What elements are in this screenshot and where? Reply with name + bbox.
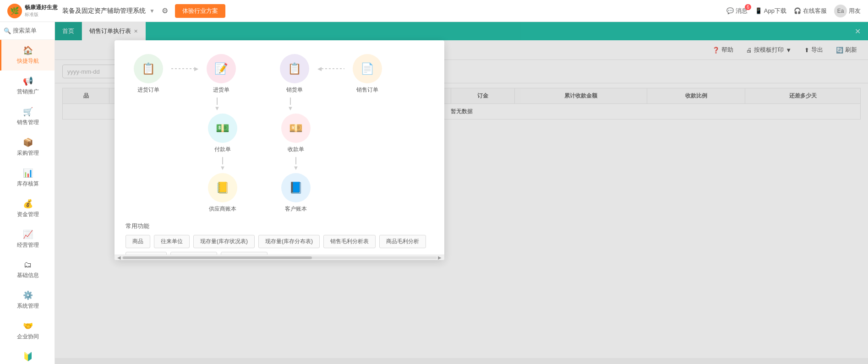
marketing-icon: 📢	[23, 76, 33, 86]
sidebar-item-enterprise[interactable]: 🤝 企业协同	[0, 315, 55, 346]
avatar: Ea	[834, 5, 847, 17]
logo-icon: 🌿	[7, 4, 22, 18]
flow-node-receipt-bill[interactable]: 💴 收款单	[273, 114, 319, 153]
sidebar-item-sales[interactable]: 🛒 销售管理	[0, 101, 55, 132]
sidebar-item-operation[interactable]: 📈 经营管理	[0, 224, 55, 255]
top-bar: 🌿 畅康通好生意 标准版 装备及固定资产辅助管理系统 ▼ ⚙ 体验行业方案 💬 …	[0, 0, 868, 22]
quick-nav-modal: 📋 进货订单 ▶ 📝 进货单	[115, 40, 444, 260]
app-download-button[interactable]: 📱 App下载	[755, 7, 786, 15]
common-btn-stock-dist[interactable]: 现存量(库存分布表)	[258, 235, 320, 248]
logo-area: 🌿 畅康通好生意 标准版	[7, 4, 62, 18]
online-service-button[interactable]: 🎧 在线客服	[794, 7, 827, 15]
common-functions-section: 常用功能 商品 往来单位 现存量(库存状况表) 现存量(库存分布表) 销售毛利分…	[126, 222, 433, 255]
supplier-ledger-icon: 📒	[208, 173, 237, 202]
supplier-ledger-label: 供应商账本	[209, 205, 236, 213]
top-right-area: 💬 消息 6 📱 App下载 🎧 在线客服 Ea 用友	[726, 5, 861, 17]
purchase-bill-label: 进货单	[213, 86, 229, 94]
scroll-right-icon[interactable]: ▶	[437, 255, 442, 260]
sales-bill-icon: 📋	[280, 54, 309, 83]
system-icon: ⚙️	[23, 290, 33, 300]
scroll-thumb[interactable]	[123, 256, 312, 259]
purchase-order-icon: 📋	[134, 54, 163, 83]
message-button[interactable]: 💬 消息 6	[726, 7, 748, 15]
common-btn-stock-status[interactable]: 现存量(库存状况表)	[193, 235, 255, 248]
common-buttons-row-1: 商品 往来单位 现存量(库存状况表) 现存量(库存分布表) 销售毛利分析表 商品…	[126, 235, 433, 248]
scroll-track[interactable]	[122, 256, 437, 259]
arrow-h-1: ▶	[171, 65, 198, 83]
common-functions-title: 常用功能	[126, 222, 433, 230]
common-btn-partner[interactable]: 往来单位	[154, 235, 190, 248]
logo-text: 畅康通好生意 标准版	[25, 4, 58, 17]
settings-button[interactable]: ⚙	[158, 5, 171, 17]
guide-icon: 🔰	[23, 352, 33, 362]
receipt-bill-label: 收款单	[288, 146, 304, 153]
flow-node-payment-bill[interactable]: 💵 付款单	[200, 114, 246, 153]
flow-node-sales-bill[interactable]: 📋 销货单	[272, 54, 317, 94]
system-dropdown-icon[interactable]: ▼	[149, 8, 155, 14]
message-badge: 6	[745, 4, 751, 10]
sidebar-item-marketing[interactable]: 📢 营销推广	[0, 71, 55, 101]
search-menu[interactable]: 🔍 搜索菜单	[0, 22, 55, 40]
modal-scrollbar: ◀ ▶	[115, 255, 444, 260]
common-btn-goods-profit[interactable]: 商品毛利分析	[379, 235, 426, 248]
home-icon: 🏠	[23, 45, 33, 55]
sales-order-label: 销售订单	[356, 86, 378, 94]
service-icon: 🎧	[794, 7, 801, 14]
purchase-order-label: 进货订单	[137, 86, 159, 94]
sidebar-item-quick-nav[interactable]: 🏠 快捷导航	[0, 40, 55, 71]
sidebar: 🔍 搜索菜单 🏠 快捷导航 📢 营销推广 🛒 销售管理 📦 采购管理 📊 库存核…	[0, 22, 55, 364]
trial-button[interactable]: 体验行业方案	[175, 4, 225, 18]
customer-ledger-label: 客户账本	[285, 205, 307, 213]
sales-bill-label: 销货单	[286, 86, 303, 94]
sidebar-item-basic[interactable]: 🗂 基础信息	[0, 255, 55, 285]
flow-node-supplier-ledger[interactable]: 📒 供应商账本	[200, 173, 246, 213]
sales-icon: 🛒	[23, 107, 33, 117]
download-icon: 📱	[755, 7, 762, 14]
sidebar-item-finance[interactable]: 💰 资金管理	[0, 193, 55, 224]
common-btn-sales-profit[interactable]: 销售毛利分析表	[323, 235, 376, 248]
enterprise-icon: 🤝	[23, 321, 33, 331]
sidebar-item-purchase[interactable]: 📦 采购管理	[0, 132, 55, 163]
system-title-area: 装备及固定资产辅助管理系统 ▼ ⚙ 体验行业方案	[62, 4, 726, 18]
basic-icon: 🗂	[24, 260, 32, 270]
flow-node-purchase-bill[interactable]: 📝 进货单	[198, 54, 244, 94]
flow-node-purchase-order[interactable]: 📋 进货订单	[126, 54, 171, 94]
scroll-left-icon[interactable]: ◀	[116, 255, 122, 260]
sidebar-item-inventory[interactable]: 📊 库存核算	[0, 163, 55, 193]
customer-ledger-icon: 📘	[281, 173, 311, 202]
system-title: 装备及固定资产辅助管理系统	[62, 7, 146, 15]
user-area[interactable]: Ea 用友	[834, 5, 861, 17]
flow-diagram: 📋 进货订单 ▶ 📝 进货单	[126, 49, 433, 222]
message-icon: 💬	[726, 7, 734, 14]
payment-bill-icon: 💵	[208, 114, 237, 143]
search-icon: 🔍	[4, 27, 11, 34]
flow-node-sales-order[interactable]: 📄 销售订单	[344, 54, 390, 94]
finance-icon: 💰	[23, 199, 33, 209]
modal-content: 📋 进货订单 ▶ 📝 进货单	[115, 40, 444, 255]
sidebar-item-guide[interactable]: 🔰 新手引导	[0, 346, 55, 364]
payment-bill-label: 付款单	[214, 146, 231, 153]
flow-node-customer-ledger[interactable]: 📘 客户账本	[273, 173, 319, 213]
purchase-bill-icon: 📝	[207, 54, 236, 83]
sidebar-item-system[interactable]: ⚙️ 系统管理	[0, 285, 55, 315]
arrow-h-2: ◀	[317, 65, 344, 83]
purchase-icon: 📦	[23, 137, 33, 147]
sales-order-icon: 📄	[353, 54, 382, 83]
operation-icon: 📈	[23, 229, 33, 239]
common-btn-goods[interactable]: 商品	[126, 235, 150, 248]
receipt-bill-icon: 💴	[281, 114, 311, 143]
inventory-icon: 📊	[23, 168, 33, 178]
modal-overlay[interactable]: 📋 进货订单 ▶ 📝 进货单	[55, 22, 868, 364]
